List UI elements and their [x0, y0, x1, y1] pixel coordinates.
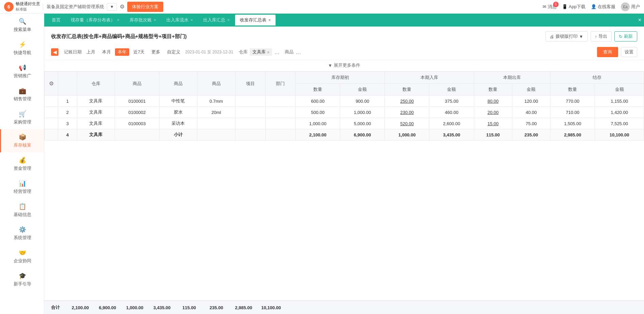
row-opening-qty: 600.00 — [296, 96, 340, 107]
message-btn[interactable]: ✉ 消息 6 — [543, 4, 557, 10]
total-closing-amt: 10,100.00 — [257, 305, 285, 310]
date-btn-this-year[interactable]: 本年 — [115, 48, 129, 56]
sidebar-item-inventory[interactable]: 📦 库存核算 — [0, 129, 44, 152]
date-btn-custom[interactable]: 自定义 — [164, 48, 183, 56]
th-opening: 库存期初 — [296, 72, 385, 84]
row-opening-amt: 6,900.00 — [340, 129, 385, 141]
sidebar-label-quick-nav: 快捷导航 — [14, 50, 31, 56]
tab-recv-send[interactable]: 收发存汇总表 × — [235, 15, 276, 26]
filter-bar: ◀ 记账日期 上月 本月 本年 近7天 更多 自定义 2023-01-01 至 … — [44, 44, 644, 60]
query-btn[interactable]: 查询 — [597, 47, 618, 57]
row-goods-name: 中性笔 — [160, 96, 197, 107]
export-btn[interactable]: ↑ 导出 — [591, 31, 612, 42]
sidebar-label-marketing: 营销推广 — [14, 73, 31, 79]
user-btn[interactable]: Ea 用户 — [621, 2, 640, 11]
row-dept — [265, 129, 295, 141]
tab-summary-label: 出入库汇总 — [203, 17, 225, 23]
row-no: 4 — [58, 129, 77, 141]
sidebar-item-marketing[interactable]: 📢 营销推广 — [0, 60, 44, 83]
goods-more-btn[interactable]: ... — [296, 49, 301, 56]
column-settings-icon[interactable]: ⚙ — [49, 81, 54, 86]
row-in-qty[interactable]: 250.00 — [385, 96, 429, 107]
logo-text-block: 畅捷通好生意 标准版 — [16, 1, 40, 12]
date-btn-more[interactable]: 更多 — [149, 48, 163, 56]
row-out-qty[interactable]: 115.00 — [474, 129, 512, 141]
warehouse-more-btn[interactable]: ... — [274, 49, 279, 56]
sidebar-item-purchase[interactable]: 🛒 采购管理 — [0, 106, 44, 129]
app-download-btn[interactable]: 📱 App下载 — [562, 4, 585, 10]
row-no: 3 — [58, 118, 77, 129]
date-btn-last-month[interactable]: 上月 — [84, 48, 98, 56]
th-in: 本期入库 — [385, 72, 474, 84]
row-out-qty[interactable]: 15.00 — [474, 118, 512, 129]
refresh-btn[interactable]: ↻ 刷新 — [614, 31, 637, 42]
row-no: 2 — [58, 107, 77, 118]
th-closing: 结存 — [550, 72, 644, 84]
tab-batch[interactable]: 库存批次账 × — [125, 15, 161, 26]
top-settings-btn[interactable]: ⚙ — [120, 3, 125, 10]
th-goods-code: 商品 — [115, 72, 159, 96]
expand-conditions-btn[interactable]: ▼ 展开更多条件 — [328, 62, 360, 68]
sales-icon: 💼 — [19, 87, 26, 95]
top-bar-right: ✉ 消息 6 📱 App下载 👤 在线客服 Ea 用户 — [543, 2, 640, 11]
tab-close-summary[interactable]: × — [227, 18, 230, 22]
tab-close-stock-dist[interactable]: × — [117, 18, 119, 22]
row-closing-qty: 2,985.00 — [550, 129, 595, 141]
sidebar-item-system[interactable]: ⚙️ 系统管理 — [0, 222, 44, 245]
sidebar-item-finance[interactable]: 💰 资金管理 — [0, 152, 44, 176]
sidebar-item-quick-nav[interactable]: ⚡ 快捷导航 — [0, 37, 44, 60]
date-btn-last7[interactable]: 近7天 — [131, 48, 147, 56]
inventory-icon: 📦 — [19, 133, 26, 141]
sidebar-label-finance: 资金管理 — [14, 165, 31, 171]
warehouse-tag-close[interactable]: × — [267, 50, 270, 55]
sidebar-item-sales[interactable]: 💼 销售管理 — [0, 83, 44, 106]
row-dept — [265, 118, 295, 129]
tab-summary[interactable]: 出入库汇总 × — [198, 15, 234, 26]
sidebar-item-enterprise[interactable]: 🤝 企业协同 — [0, 245, 44, 268]
warehouse-tag[interactable]: 文具库 × — [250, 48, 273, 56]
quick-nav-icon: ⚡ — [19, 41, 26, 48]
total-opening-qty: 2,100.00 — [67, 305, 94, 310]
sidebar-item-basic-info[interactable]: 📋 基础信息 — [0, 199, 44, 222]
service-icon: 👤 — [591, 4, 596, 9]
experience-btn[interactable]: 体验行业方案 — [127, 2, 163, 12]
print-btn[interactable]: 🖨 拨锁版打印 ▼ — [545, 31, 588, 42]
user-label: 用户 — [631, 4, 640, 10]
expand-conditions-row: ▼ 展开更多条件 — [44, 60, 644, 71]
tab-stock-dist[interactable]: 现存量（库存分布表） × — [66, 15, 124, 26]
chevron-down-icon: ▼ — [579, 34, 583, 39]
row-out-qty[interactable]: 80.00 — [474, 96, 512, 107]
tab-bar-close-btn[interactable]: × — [638, 17, 641, 23]
warehouse-label: 仓库 — [239, 49, 248, 55]
sidebar-label-operation: 经营管理 — [14, 188, 31, 195]
th-goods-name: 商品 — [160, 72, 197, 96]
row-in-qty[interactable]: 1,000.00 — [385, 129, 429, 141]
th-goods-spec: 商品 — [197, 72, 235, 96]
tab-close-flow[interactable]: × — [191, 18, 193, 22]
table-row: 4文具库小计2,100.006,900.001,000.003,435.0011… — [45, 129, 644, 141]
tab-close-recv-send[interactable]: × — [268, 18, 271, 22]
date-btn-this-month[interactable]: 本月 — [99, 48, 114, 56]
row-in-qty[interactable]: 520.00 — [385, 118, 429, 129]
online-service-btn[interactable]: 👤 在线客服 — [591, 4, 615, 10]
sidebar-item-operation[interactable]: 📊 经营管理 — [0, 176, 44, 199]
row-out-qty[interactable]: 20.00 — [474, 107, 512, 118]
row-opening-amt: 900.00 — [340, 96, 385, 107]
row-out-amt: 235.00 — [512, 129, 550, 141]
row-in-qty[interactable]: 230.00 — [385, 107, 429, 118]
row-closing-qty: 710.00 — [550, 107, 595, 118]
sidebar-item-search[interactable]: 🔍 搜索菜单 — [0, 14, 44, 37]
system-dropdown-btn[interactable]: ▼ — [107, 3, 117, 11]
filter-collapse-btn[interactable]: ◀ — [51, 48, 59, 56]
total-opening-amt: 6,900.00 — [94, 305, 121, 310]
th-project: 项目 — [235, 72, 265, 96]
tab-home[interactable]: 首页 — [47, 15, 65, 26]
tab-close-batch[interactable]: × — [154, 18, 156, 22]
row-goods-code: 0100002 — [115, 107, 159, 118]
date-label: 记账日期 — [64, 49, 82, 55]
sidebar-item-guide[interactable]: 🎓 新手引导 — [0, 268, 44, 291]
total-in-amt: 3,435.00 — [148, 305, 176, 310]
filter-settings-btn[interactable]: 设置 — [621, 47, 637, 57]
total-out-amt: 235.00 — [203, 305, 230, 310]
tab-flow[interactable]: 出入库流水 × — [162, 15, 198, 26]
